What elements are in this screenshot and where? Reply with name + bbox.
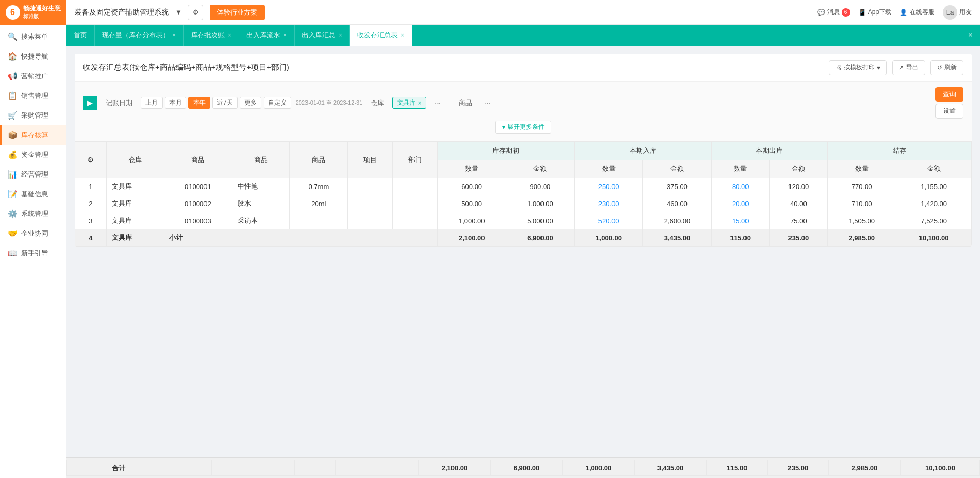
subtotal-in-qty[interactable]: 1,000.00 bbox=[575, 229, 643, 247]
sidebar-item-label: 销售管理 bbox=[21, 91, 48, 100]
trial-button[interactable]: 体验行业方案 bbox=[210, 5, 265, 20]
col-group-out: 本期出库 bbox=[711, 142, 827, 160]
print-button[interactable]: 🖨 按模板打印 ▾ bbox=[829, 60, 887, 75]
sidebar-item-basic-info[interactable]: 📝 基础信息 bbox=[0, 184, 66, 204]
online-service-action[interactable]: 👤 在线客服 bbox=[900, 8, 934, 17]
query-button[interactable]: 查询 bbox=[935, 87, 963, 102]
sidebar-item-label: 企业协同 bbox=[21, 229, 48, 238]
expand-label: 展开更多条件 bbox=[507, 123, 545, 132]
settings-button[interactable]: ⚙ bbox=[188, 5, 203, 20]
total-begin-amount: 6,900.00 bbox=[491, 460, 563, 476]
tab-batch-close[interactable]: × bbox=[228, 32, 231, 39]
subtotal-out-qty[interactable]: 115.00 bbox=[711, 229, 769, 247]
date-curr-year[interactable]: 本年 bbox=[188, 97, 210, 109]
tab-stock-dist-close[interactable]: × bbox=[172, 32, 176, 39]
tab-inout-summary[interactable]: 出入库汇总 × bbox=[295, 25, 350, 46]
tab-batch-label: 库存批次账 bbox=[191, 31, 225, 40]
row-goods-spec bbox=[289, 212, 347, 229]
subtotal-out-amount: 235.00 bbox=[769, 229, 827, 247]
total-in-amount: 3,435.00 bbox=[635, 460, 707, 476]
tab-home-label: 首页 bbox=[74, 31, 87, 40]
date-custom[interactable]: 自定义 bbox=[264, 97, 291, 109]
logo-title: 畅捷通好生意 bbox=[23, 5, 61, 13]
filter-collapse-toggle[interactable]: ▶ bbox=[83, 96, 97, 110]
sidebar-navigation: 🔍 搜索菜单 🏠 快捷导航 📢 营销推广 📋 销售管理 🛒 采购管理 📦 库存核… bbox=[0, 25, 66, 478]
tab-inout-flow[interactable]: 出入库流水 × bbox=[239, 25, 295, 46]
tab-batch[interactable]: 库存批次账 × bbox=[184, 25, 239, 46]
tab-inout-summary-close[interactable]: × bbox=[339, 32, 342, 39]
chevron-down-icon: ▾ bbox=[877, 64, 880, 71]
tab-bar-close-all[interactable]: × bbox=[961, 25, 980, 46]
goods-more[interactable]: ··· bbox=[485, 99, 490, 107]
user-action[interactable]: Ea 用友 bbox=[943, 5, 972, 20]
date-curr-month[interactable]: 本月 bbox=[165, 97, 186, 109]
subtotal-in-amount: 3,435.00 bbox=[643, 229, 711, 247]
col-in-amount: 金额 bbox=[643, 160, 711, 178]
tab-recv-send-close[interactable]: × bbox=[401, 32, 404, 39]
sidebar-item-label: 库存核算 bbox=[21, 131, 48, 140]
sidebar-item-search[interactable]: 🔍 搜索菜单 bbox=[0, 27, 66, 47]
home-icon: 🏠 bbox=[8, 52, 17, 61]
col-warehouse: 仓库 bbox=[106, 142, 164, 178]
tab-inout-flow-label: 出入库流水 bbox=[246, 31, 280, 40]
row-dept bbox=[392, 212, 437, 229]
row-bal-amount: 1,420.00 bbox=[896, 195, 972, 212]
tab-stock-dist[interactable]: 现存量（库存分布表） × bbox=[95, 25, 184, 46]
expand-more-conditions[interactable]: ▾ 展开更多条件 bbox=[495, 121, 551, 134]
tab-inout-flow-close[interactable]: × bbox=[283, 32, 287, 39]
row-in-qty[interactable]: 520.00 bbox=[575, 212, 643, 229]
system-name: 装备及固定资产辅助管理系统 bbox=[75, 8, 169, 17]
row-in-qty[interactable]: 230.00 bbox=[575, 195, 643, 212]
sidebar-item-label: 快捷导航 bbox=[21, 52, 48, 61]
warehouse-tag: 文具库 × bbox=[392, 97, 426, 109]
sidebar-item-marketing[interactable]: 📢 营销推广 bbox=[0, 66, 66, 86]
sidebar-item-guide[interactable]: 📖 新手引导 bbox=[0, 243, 66, 263]
system-dropdown[interactable]: ▼ bbox=[175, 8, 182, 16]
row-begin-qty: 600.00 bbox=[437, 178, 506, 195]
row-out-qty[interactable]: 20.00 bbox=[711, 195, 769, 212]
date-more[interactable]: 更多 bbox=[240, 97, 261, 109]
export-button[interactable]: ↗ 导出 bbox=[892, 60, 925, 75]
date-prev-month[interactable]: 上月 bbox=[141, 97, 163, 109]
subtotal-warehouse: 文具库 bbox=[106, 229, 164, 247]
row-out-qty[interactable]: 80.00 bbox=[711, 178, 769, 195]
tab-home[interactable]: 首页 bbox=[66, 25, 95, 46]
tab-recv-send-summary[interactable]: 收发存汇总表 × bbox=[350, 25, 412, 46]
message-action[interactable]: 💬 消息 6 bbox=[817, 8, 850, 17]
subtotal-num: 4 bbox=[75, 229, 107, 247]
subtotal-label: 小计 bbox=[164, 229, 437, 247]
warehouse-tag-remove[interactable]: × bbox=[418, 99, 421, 107]
sidebar-item-cooperation[interactable]: 🤝 企业协同 bbox=[0, 224, 66, 243]
table-row: 3 文具库 0100003 采访本 1,000.00 5,000.00 520.… bbox=[75, 212, 972, 229]
col-begin-amount: 金额 bbox=[506, 160, 574, 178]
message-icon: 💬 bbox=[817, 9, 825, 16]
date-7days[interactable]: 近7天 bbox=[212, 97, 238, 109]
sidebar-item-label: 经营管理 bbox=[21, 170, 48, 179]
row-begin-amount: 5,000.00 bbox=[506, 212, 574, 229]
sidebar-item-inventory[interactable]: 📦 库存核算 bbox=[0, 125, 66, 145]
sidebar-item-system[interactable]: ⚙️ 系统管理 bbox=[0, 204, 66, 224]
guide-icon: 📖 bbox=[8, 249, 17, 258]
operations-icon: 📊 bbox=[8, 170, 17, 179]
sidebar-item-finance[interactable]: 💰 资金管理 bbox=[0, 145, 66, 165]
warehouse-more[interactable]: ··· bbox=[434, 99, 440, 107]
purchase-icon: 🛒 bbox=[8, 111, 17, 120]
col-settings[interactable]: ⚙ bbox=[75, 142, 107, 178]
col-goods-name: 商品 bbox=[232, 142, 290, 178]
system-icon: ⚙️ bbox=[8, 209, 17, 219]
cooperation-icon: 🤝 bbox=[8, 229, 17, 238]
app-label: App下载 bbox=[868, 8, 891, 17]
sidebar-item-quick-nav[interactable]: 🏠 快捷导航 bbox=[0, 47, 66, 66]
row-out-qty[interactable]: 15.00 bbox=[711, 212, 769, 229]
refresh-button[interactable]: ↺ 刷新 bbox=[930, 60, 963, 75]
logo-icon: 6 bbox=[6, 5, 20, 20]
sidebar-item-sales[interactable]: 📋 销售管理 bbox=[0, 86, 66, 106]
row-goods-code: 0100001 bbox=[164, 178, 232, 195]
table-settings-button[interactable]: 设置 bbox=[935, 104, 963, 119]
row-bal-qty: 710.00 bbox=[828, 195, 896, 212]
sidebar-item-operations[interactable]: 📊 经营管理 bbox=[0, 165, 66, 184]
sidebar-item-purchase[interactable]: 🛒 采购管理 bbox=[0, 106, 66, 125]
row-in-qty[interactable]: 250.00 bbox=[575, 178, 643, 195]
app-download-action[interactable]: 📱 App下载 bbox=[858, 8, 891, 17]
export-icon: ↗ bbox=[899, 64, 904, 71]
